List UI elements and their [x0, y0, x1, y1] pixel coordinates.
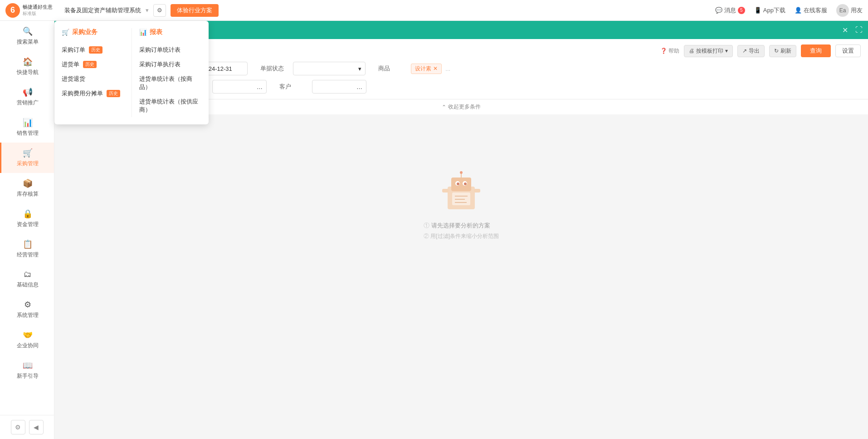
- sidebar-item-marketing[interactable]: 📢 营销推广: [0, 82, 54, 112]
- industry-button[interactable]: 体验行业方案: [171, 4, 219, 17]
- sidebar-item-guide[interactable]: 📖 新手引导: [0, 355, 54, 385]
- tab-bar-controls: ✕ ⛶: [840, 24, 864, 36]
- purchase-dropdown-menu: 🛒 采购业务 采购订单 历史 进货单 历史 进货退货 采购费用分摊单 历史: [54, 21, 209, 124]
- main-layout: 🔍 搜索菜单 🏠 快捷导航 📢 营销推广 📊 销售管理 🛒 采购管理 📦 库存核…: [0, 21, 868, 439]
- dropdown-item-goods-return[interactable]: 进货退货: [62, 72, 124, 86]
- empty-hint-2: ② 用[过滤]条件来缩小分析范围: [424, 232, 499, 240]
- sidebar-collapse-icon: ◀: [34, 424, 39, 431]
- sidebar-item-system[interactable]: ⚙ 系统管理: [0, 294, 54, 325]
- export-button[interactable]: ↗ 导出: [737, 45, 765, 57]
- system-title[interactable]: 装备及固定资产辅助管理系统 ▾: [64, 6, 149, 15]
- help-icon: ❓: [660, 48, 667, 54]
- sidebar-item-operation[interactable]: 📋 经营管理: [0, 234, 54, 264]
- report-col-icon: 📊: [139, 29, 147, 36]
- dropdown-item-purchase-fee[interactable]: 采购费用分摊单 历史: [62, 86, 124, 101]
- dropdown-item-purchase-order[interactable]: 采购订单 历史: [62, 43, 124, 57]
- status-select[interactable]: ▾: [293, 62, 366, 75]
- goods-label: 商品: [378, 64, 405, 73]
- sidebar-item-basic[interactable]: 🗂 基础信息: [0, 264, 54, 294]
- goods-tag[interactable]: 设计素 ✕: [411, 64, 442, 74]
- history-badge-2: 历史: [83, 61, 97, 68]
- goods-filter: 设计素 ✕ ...: [411, 64, 452, 74]
- inventory-icon: 📦: [23, 178, 33, 188]
- dropdown-item-goods-stat-by-goods[interactable]: 进货单统计表（按商品）: [139, 72, 202, 94]
- empty-state: ① 请先选择要分析的方案 ② 用[过滤]条件来缩小分析范围: [54, 114, 868, 296]
- avatar: Ea: [836, 4, 849, 17]
- salesperson-select[interactable]: …: [212, 80, 267, 94]
- history-badge-4: 历史: [107, 90, 120, 97]
- help-button[interactable]: ❓ 帮助: [660, 47, 679, 55]
- query-button[interactable]: 查询: [801, 44, 831, 57]
- collapse-up-icon: ⌃: [442, 104, 446, 110]
- sidebar-gear-icon: ⚙: [15, 424, 21, 431]
- sidebar-collapse-button[interactable]: ◀: [29, 420, 44, 434]
- dropdown-item-goods-receipt[interactable]: 进货单 历史: [62, 57, 124, 72]
- customer-select[interactable]: …: [312, 80, 366, 94]
- finance-icon: 🔒: [23, 209, 33, 219]
- marketing-icon: 📢: [23, 87, 33, 97]
- message-icon: 💬: [715, 7, 722, 14]
- purchase-col-title: 🛒 采购业务: [62, 28, 124, 36]
- dropdown-item-goods-stat-by-supplier[interactable]: 进货单统计表（按供应商）: [139, 94, 202, 117]
- sales-icon: 📊: [23, 118, 33, 128]
- logo: 6 畅捷通好生意 标准版: [5, 3, 60, 18]
- sidebar-item-inventory[interactable]: 📦 库存核算: [0, 173, 54, 203]
- logo-text: 畅捷通好生意: [23, 4, 53, 10]
- print-icon: 🖨: [689, 48, 694, 54]
- guide-icon: 📖: [23, 360, 33, 370]
- sidebar-bottom: ⚙ ◀: [0, 415, 54, 439]
- tab-close-all-icon[interactable]: ✕: [840, 24, 850, 36]
- service-button[interactable]: 👤 在线客服: [795, 6, 827, 15]
- sidebar-item-quick[interactable]: 🏠 快捷导航: [0, 51, 54, 82]
- svg-point-5: [464, 183, 467, 185]
- sidebar-item-sales[interactable]: 📊 销售管理: [0, 112, 54, 143]
- refresh-button[interactable]: ↻ 刷新: [769, 45, 796, 57]
- message-button[interactable]: 💬 消息 5: [715, 6, 745, 15]
- sidebar-item-purchase[interactable]: 🛒 采购管理: [0, 143, 54, 173]
- sidebar-item-enterprise[interactable]: 🤝 企业协同: [0, 325, 54, 355]
- salesperson-dots-icon: …: [257, 84, 263, 90]
- operation-icon: 📋: [23, 239, 33, 249]
- customer-dots-icon: …: [356, 84, 362, 90]
- service-icon: 👤: [795, 7, 802, 14]
- app-download-button[interactable]: 📱 App下载: [754, 6, 785, 15]
- user-avatar[interactable]: Ea 用友: [836, 4, 863, 17]
- settings-icon[interactable]: ⚙: [153, 4, 166, 17]
- collapse-button[interactable]: ⌃ 收起更多条件: [442, 103, 481, 111]
- basic-icon: 🗂: [24, 270, 32, 279]
- refresh-icon: ↻: [774, 48, 779, 54]
- purchase-col: 🛒 采购业务 采购订单 历史 进货单 历史 进货退货 采购费用分摊单 历史: [62, 28, 124, 117]
- logo-sub: 标准版: [23, 10, 53, 17]
- history-badge-1: 历史: [89, 46, 102, 54]
- empty-illustration: [434, 171, 488, 216]
- sidebar-settings-button[interactable]: ⚙: [11, 420, 25, 434]
- customer-label: 客户: [279, 83, 307, 91]
- logo-icon: 6: [5, 3, 20, 18]
- home-icon: 🏠: [23, 57, 33, 67]
- svg-rect-8: [442, 189, 449, 192]
- purchase-icon: 🛒: [23, 148, 33, 158]
- goods-tag-close-icon[interactable]: ✕: [433, 65, 438, 72]
- sidebar: 🔍 搜索菜单 🏠 快捷导航 📢 营销推广 📊 销售管理 🛒 采购管理 📦 库存核…: [0, 21, 54, 439]
- sidebar-item-finance[interactable]: 🔒 资金管理: [0, 203, 54, 234]
- filter-settings-button[interactable]: 设置: [835, 44, 861, 57]
- goods-more-button[interactable]: ...: [444, 65, 452, 72]
- system-icon: ⚙: [24, 300, 31, 310]
- tab-expand-icon[interactable]: ⛶: [853, 24, 864, 36]
- empty-hints: ① 请先选择要分析的方案 ② 用[过滤]条件来缩小分析范围: [424, 222, 499, 240]
- message-badge: 5: [738, 7, 745, 14]
- search-icon: 🔍: [23, 26, 33, 36]
- toolbar-right: ❓ 帮助 🖨 按模板打印 ▾ ↗ 导出 ↻: [660, 44, 861, 57]
- dropdown-divider: [132, 28, 132, 117]
- enterprise-icon: 🤝: [23, 330, 33, 340]
- print-button[interactable]: 🖨 按模板打印 ▾: [684, 45, 733, 57]
- svg-point-7: [460, 171, 463, 174]
- sidebar-item-search[interactable]: 🔍 搜索菜单: [0, 21, 54, 51]
- report-col-title: 📊 报表: [139, 28, 202, 36]
- report-col: 📊 报表 采购订单统计表 采购订单执行表 进货单统计表（按商品） 进货单统计表（…: [139, 28, 202, 117]
- dropdown-arrow-icon: ▾: [146, 7, 149, 14]
- status-arrow-icon: ▾: [358, 65, 361, 72]
- empty-hint-1: ① 请先选择要分析的方案: [424, 222, 499, 230]
- dropdown-item-purchase-order-stat[interactable]: 采购订单统计表: [139, 43, 202, 57]
- dropdown-item-purchase-order-exec[interactable]: 采购订单执行表: [139, 57, 202, 72]
